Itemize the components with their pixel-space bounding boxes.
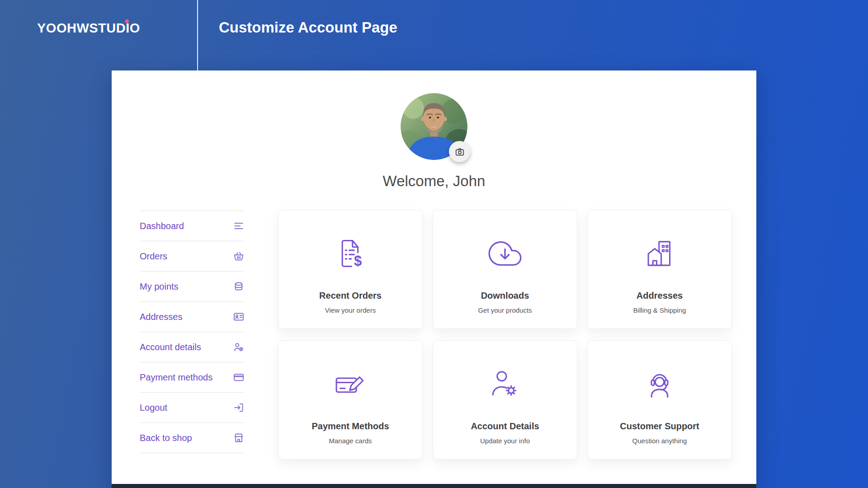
sidebar-item-label: Payment methods — [140, 372, 212, 383]
shortcut-grid: $ Recent Orders View your orders Downloa… — [278, 210, 732, 460]
card-downloads[interactable]: Downloads Get your products — [433, 210, 577, 329]
sidebar-item-back-to-shop[interactable]: Back to shop — [140, 423, 245, 453]
change-avatar-button[interactable] — [449, 141, 470, 162]
buildings-icon — [642, 231, 677, 276]
logo-dot — [125, 19, 129, 23]
card-recent-orders[interactable]: $ Recent Orders View your orders — [278, 210, 423, 329]
credit-card-icon — [233, 371, 245, 383]
card-title: Downloads — [481, 291, 529, 301]
sidebar-item-label: Back to shop — [140, 433, 192, 443]
sidebar-item-label: Dashboard — [140, 221, 184, 231]
card-payment-methods[interactable]: Payment Methods Manage cards — [278, 340, 423, 460]
logout-icon — [233, 402, 245, 413]
sidebar-item-my-points[interactable]: My points — [140, 272, 245, 302]
account-menu: Dashboard Orders My points Addresses — [140, 211, 245, 453]
user-gear-icon — [233, 341, 245, 353]
address-card-icon — [233, 311, 245, 323]
invoice-dollar-icon: $ — [333, 231, 368, 276]
menu-icon — [233, 220, 245, 232]
sidebar-item-orders[interactable]: Orders — [140, 241, 245, 272]
sidebar-item-payment-methods[interactable]: Payment methods — [140, 362, 245, 393]
card-edit-icon — [333, 361, 368, 407]
sidebar-item-label: My points — [140, 282, 179, 292]
page-title: Customize Account Page — [219, 19, 397, 36]
header-divider — [197, 0, 198, 70]
welcome-text: Welcome, John — [112, 173, 756, 190]
sidebar-item-addresses[interactable]: Addresses — [140, 302, 245, 332]
card-title: Payment Methods — [311, 421, 389, 432]
sidebar-item-label: Logout — [140, 403, 167, 413]
sidebar-item-label: Addresses — [140, 312, 183, 322]
store-icon — [233, 432, 245, 444]
headset-icon — [642, 361, 677, 407]
card-subtitle: Question anything — [632, 437, 687, 445]
sidebar-item-label: Account details — [140, 342, 201, 352]
camera-icon — [455, 147, 465, 157]
card-customer-support[interactable]: Customer Support Question anything — [587, 340, 732, 460]
sidebar-item-account-details[interactable]: Account details — [140, 332, 245, 362]
user-settings-icon — [488, 361, 522, 407]
brand-logo[interactable]: YOOHWSTUDIO — [37, 21, 140, 36]
avatar-wrap — [401, 93, 467, 160]
card-subtitle: Billing & Shipping — [633, 306, 686, 314]
sidebar-item-dashboard[interactable]: Dashboard — [140, 211, 245, 241]
card-subtitle: View your orders — [325, 306, 376, 314]
card-subtitle: Get your products — [478, 306, 532, 314]
sidebar-item-logout[interactable]: Logout — [140, 393, 245, 423]
card-subtitle: Update your info — [480, 437, 530, 445]
card-title: Account Details — [471, 421, 539, 432]
card-account-details[interactable]: Account Details Update your info — [433, 340, 577, 460]
card-addresses[interactable]: Addresses Billing & Shipping — [587, 210, 732, 329]
cloud-download-icon — [488, 231, 522, 276]
card-title: Recent Orders — [319, 291, 382, 301]
footer-strip — [112, 484, 756, 488]
card-subtitle: Manage cards — [329, 437, 372, 445]
sidebar-item-label: Orders — [140, 251, 167, 262]
basket-icon — [233, 250, 245, 262]
svg-text:$: $ — [354, 253, 362, 269]
account-panel: Welcome, John Dashboard Orders My points — [112, 70, 756, 488]
coins-icon — [233, 281, 245, 292]
card-title: Addresses — [637, 291, 683, 301]
brand-logo-text: YOOHWSTUDIO — [37, 21, 140, 35]
card-title: Customer Support — [620, 421, 699, 432]
